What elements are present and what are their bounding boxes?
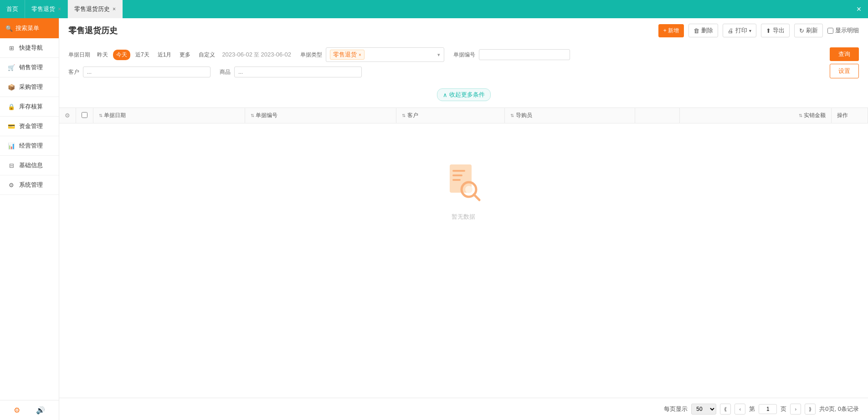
delete-button[interactable]: 🗑 删除 — [688, 24, 718, 37]
print-icon: 🖨 — [728, 27, 734, 34]
page-unit: 页 — [781, 405, 786, 413]
sort-icon-bill-no[interactable]: ⇅ — [251, 113, 254, 118]
tab-retail-return-close[interactable]: × — [58, 6, 61, 12]
sidebar-item-basic-info[interactable]: ⊟ 基础信息 — [0, 156, 59, 175]
select-all-checkbox[interactable] — [82, 112, 87, 118]
sidebar-item-quick-nav[interactable]: ⊞ 快捷导航 — [0, 38, 59, 58]
show-detail-checkbox-label[interactable]: 显示明细 — [827, 26, 859, 35]
date-btn-1month[interactable]: 近1月 — [154, 50, 175, 60]
page-number-input[interactable] — [759, 404, 777, 414]
bill-no-label: 单据编号 — [453, 51, 475, 59]
date-btn-yesterday[interactable]: 昨天 — [94, 50, 111, 60]
bill-no-input[interactable] — [479, 49, 570, 60]
filter-row-1: 单据日期 昨天 今天 近7天 近1月 更多 自定义 — [68, 47, 821, 62]
sidebar-search[interactable]: 🔍 搜索菜单 — [0, 18, 59, 38]
last-page-button[interactable]: ⟫ — [805, 404, 816, 415]
filter-group-product: 商品 — [220, 67, 362, 77]
empty-text: 暂无数据 — [452, 213, 475, 221]
total-info: 共0页, 0条记录 — [819, 405, 859, 413]
cart-icon: 🛒 — [7, 63, 15, 72]
column-settings: ⚙ — [59, 108, 76, 123]
page-title: 零售退货历史 — [68, 25, 118, 36]
per-page-label: 每页显示 — [664, 405, 688, 413]
sidebar-item-operations[interactable]: 📊 经营管理 — [0, 136, 59, 156]
column-bill-date: ⇅ 单据日期 — [93, 108, 245, 123]
filter-settings-button[interactable]: 设置 — [830, 64, 859, 78]
product-input[interactable] — [234, 67, 362, 77]
action-buttons: 查询 设置 — [830, 47, 859, 83]
bill-date-label: 单据日期 — [68, 51, 90, 59]
svg-line-5 — [474, 195, 479, 200]
customer-input[interactable] — [83, 67, 211, 77]
tab-retail-return-history[interactable]: 零售退货历史 × — [68, 0, 123, 18]
filter-group-customer: 客户 — [68, 67, 211, 77]
customer-label: 客户 — [68, 68, 79, 76]
column-amount: ⇅ 实销金额 — [680, 108, 832, 123]
column-bill-no: ⇅ 单据编号 — [245, 108, 396, 123]
table-body: 暂无数据 — [59, 123, 868, 258]
print-chevron-icon: ▾ — [749, 28, 751, 33]
filter-fields: 单据日期 昨天 今天 近7天 近1月 更多 自定义 — [68, 47, 821, 77]
query-button[interactable]: 查询 — [830, 47, 859, 61]
empty-row: 暂无数据 — [59, 123, 868, 258]
grid-icon: ⊟ — [7, 161, 15, 169]
svg-rect-3 — [452, 179, 461, 181]
per-page-select[interactable]: 10 20 50 100 — [691, 404, 716, 415]
new-button[interactable]: + 新增 — [658, 24, 684, 37]
refresh-button[interactable]: ↻ 刷新 — [794, 24, 823, 37]
table-section: ⚙ ⇅ 单据日期 ⇅ 单据编号 — [59, 108, 868, 398]
print-button[interactable]: 🖨 打印 ▾ — [723, 24, 756, 37]
delete-icon: 🗑 — [693, 27, 699, 34]
sidebar-item-system[interactable]: ⚙ 系统管理 — [0, 175, 59, 195]
show-detail-checkbox[interactable] — [827, 28, 833, 34]
column-customer: ⇅ 客户 — [396, 108, 505, 123]
tab-retail-return[interactable]: 零售退货 × — [25, 0, 68, 18]
filter-section: 零售退货历史 + 新增 🗑 删除 🖨 打印 ▾ ⬆ — [59, 18, 868, 108]
collapse-filter-button[interactable]: ∧ 收起更多条件 — [437, 88, 491, 101]
next-page-button[interactable]: › — [790, 404, 801, 415]
svg-rect-1 — [452, 170, 465, 172]
page-label: 第 — [749, 405, 755, 413]
date-btn-custom[interactable]: 自定义 — [195, 50, 218, 60]
sort-icon-guide[interactable]: ⇅ — [510, 113, 514, 118]
prev-page-button[interactable]: ‹ — [734, 404, 745, 415]
bill-type-label: 单据类型 — [300, 51, 322, 59]
lock-icon: 🔒 — [7, 102, 15, 111]
sidebar-item-finance[interactable]: 💳 资金管理 — [0, 117, 59, 136]
sidebar-item-inventory[interactable]: 🔒 库存核算 — [0, 97, 59, 117]
product-label: 商品 — [220, 68, 231, 76]
empty-state: 暂无数据 — [59, 123, 868, 257]
bill-type-select[interactable]: 零售退货 × ▾ — [326, 47, 444, 62]
sort-icon-bill-date[interactable]: ⇅ — [99, 113, 103, 118]
export-icon: ⬆ — [766, 27, 771, 34]
home-icon: ⊞ — [7, 44, 15, 52]
window-close-button[interactable]: × — [850, 0, 868, 18]
bill-type-tag-close[interactable]: × — [359, 52, 361, 57]
column-action: 操作 — [832, 108, 868, 123]
date-btn-today[interactable]: 今天 — [113, 50, 130, 60]
sidebar-sound-btn[interactable]: 🔊 — [36, 406, 45, 415]
sidebar-item-sales-mgmt[interactable]: 🛒 销售管理 — [0, 58, 59, 77]
sidebar-bottom: ⚙ 🔊 — [0, 400, 59, 420]
date-btn-more[interactable]: 更多 — [176, 50, 194, 60]
bill-type-chevron-icon: ▾ — [437, 52, 440, 58]
column-checkbox — [76, 108, 93, 123]
main-layout: 🔍 搜索菜单 ⊞ 快捷导航 🛒 销售管理 📦 采购管理 🔒 库存核算 💳 资金管… — [0, 18, 868, 420]
first-page-button[interactable]: ⟪ — [720, 404, 731, 415]
export-button[interactable]: ⬆ 导出 — [761, 24, 790, 37]
bill-type-tag: 零售退货 × — [330, 50, 365, 60]
sidebar-item-purchase-mgmt[interactable]: 📦 采购管理 — [0, 77, 59, 97]
svg-rect-2 — [452, 174, 462, 176]
table-settings-icon[interactable]: ⚙ — [65, 112, 70, 119]
top-bar: 首页 零售退货 × 零售退货历史 × × — [0, 0, 868, 18]
date-range-buttons: 昨天 今天 近7天 近1月 更多 自定义 — [94, 50, 218, 60]
sort-icon-amount[interactable]: ⇅ — [799, 113, 802, 118]
column-guide: ⇅ 导购员 — [505, 108, 635, 123]
date-btn-7days[interactable]: 近7天 — [132, 50, 153, 60]
date-range-text: 2023-06-02 至 2023-06-02 — [222, 51, 291, 59]
sort-icon-customer[interactable]: ⇅ — [402, 113, 406, 118]
sidebar-settings-btn[interactable]: ⚙ — [14, 406, 20, 415]
filter-group-date: 单据日期 昨天 今天 近7天 近1月 更多 自定义 — [68, 50, 291, 60]
tab-retail-return-history-close[interactable]: × — [113, 6, 116, 12]
tab-home[interactable]: 首页 — [0, 0, 25, 18]
